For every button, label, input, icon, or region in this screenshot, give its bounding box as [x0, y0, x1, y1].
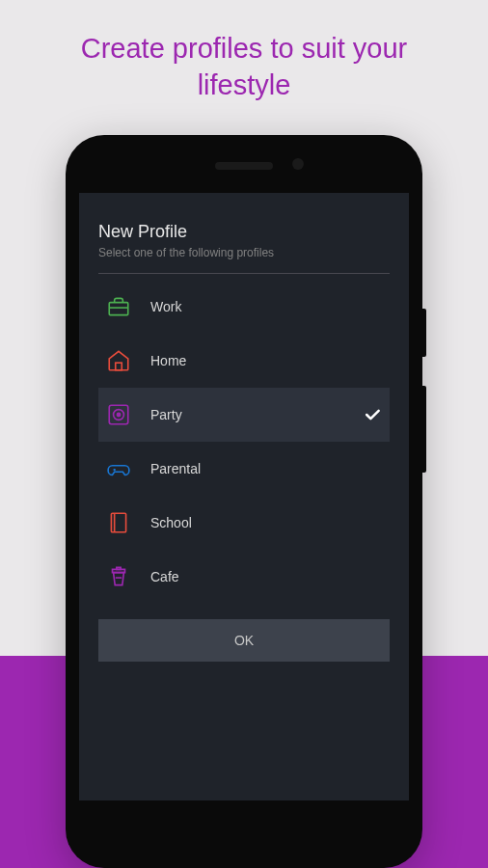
ok-button[interactable]: OK: [98, 619, 390, 662]
dialog-title: New Profile: [98, 222, 390, 242]
book-icon: [106, 510, 131, 535]
profile-item-parental[interactable]: Parental: [98, 442, 390, 496]
svg-rect-0: [109, 303, 128, 315]
profile-label: Work: [150, 299, 382, 314]
disc-icon: [106, 402, 131, 427]
profile-list: Work Home: [98, 280, 390, 604]
check-icon: [363, 405, 382, 424]
home-icon: [106, 348, 131, 373]
dialog-subtitle: Select one of the following profiles: [98, 246, 390, 259]
profile-item-work[interactable]: Work: [98, 280, 390, 334]
svg-rect-5: [111, 513, 125, 532]
divider: [98, 273, 390, 274]
cup-icon: [106, 564, 131, 589]
phone-screen: New Profile Select one of the following …: [79, 193, 409, 800]
svg-rect-1: [116, 363, 122, 370]
svg-point-4: [117, 413, 120, 416]
gamepad-icon: [106, 456, 131, 481]
phone-mockup: New Profile Select one of the following …: [66, 135, 422, 868]
profile-label: Party: [150, 407, 363, 422]
profile-label: Parental: [150, 461, 382, 476]
profile-label: School: [150, 515, 382, 530]
promo-headline: Create profiles to suit your lifestyle: [0, 0, 488, 122]
profile-item-party[interactable]: Party: [98, 388, 390, 442]
new-profile-dialog: New Profile Select one of the following …: [79, 193, 409, 681]
profile-item-cafe[interactable]: Cafe: [98, 550, 390, 604]
briefcase-icon: [106, 294, 131, 319]
profile-item-home[interactable]: Home: [98, 334, 390, 388]
profile-item-school[interactable]: School: [98, 496, 390, 550]
profile-label: Home: [150, 353, 382, 368]
profile-label: Cafe: [150, 569, 382, 584]
